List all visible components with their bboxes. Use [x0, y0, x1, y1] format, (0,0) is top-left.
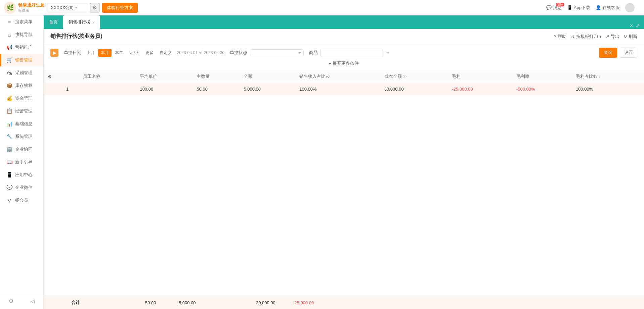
row-cost-0: 30,000.00: [380, 83, 448, 95]
sidebar-icon-wechat: 💬: [6, 185, 12, 191]
sidebar-item-quick[interactable]: ⌂快捷导航: [0, 28, 43, 41]
this-year-tab[interactable]: 本年: [112, 49, 126, 57]
export-btn[interactable]: ↗ 导出: [606, 34, 619, 40]
sidebar-item-corp[interactable]: 🏢企业协同: [0, 143, 43, 156]
row-grossrate-0: -500.00%: [512, 83, 572, 95]
status-filter-group: 单据状态 ▾: [230, 49, 304, 56]
top-bar-right: 💬 消息 99+ 📱 App下载 👤 在线客服: [546, 3, 640, 12]
sidebar-label-quick: 快捷导航: [15, 32, 33, 38]
this-month-tab[interactable]: 本月: [98, 49, 112, 57]
help-icon: ?: [554, 34, 556, 39]
sidebar-icon-system: 🔧: [6, 134, 12, 140]
row-grosspct-0: 100.00%: [572, 83, 644, 95]
settings-small-btn[interactable]: 设置: [620, 48, 637, 58]
col-amount-header: 全额: [240, 70, 295, 83]
row-qty-0: 50.00: [192, 83, 240, 95]
sidebar-label-inventory: 库存核算: [15, 83, 33, 89]
tab-close-icon[interactable]: ×: [92, 20, 94, 24]
footer-grosspct: [363, 296, 644, 309]
message-icon: 💬: [546, 5, 552, 10]
page-content: 销售排行榜(按业务员) ? 帮助 🖨 按模板打印 ▾: [44, 29, 644, 309]
content-area: 首页 销售排行榜 × × ⤢ 销售排行榜(按业务员): [44, 15, 644, 309]
sidebar-item-member[interactable]: V畅会员: [0, 194, 43, 207]
col-settings-header[interactable]: ⚙: [44, 70, 56, 83]
sidebar-label-guide: 新手引导: [15, 159, 33, 165]
sidebar-item-wechat[interactable]: 💬企业微信: [0, 181, 43, 194]
main-area: ≡搜索菜单⌂快捷导航📢营销推广🛒销售管理🛍采购管理📦库存核算💰资金管理📋经营管理…: [0, 15, 644, 309]
help-btn[interactable]: ? 帮助: [554, 34, 566, 40]
tab-maximize-icon[interactable]: ⤢: [636, 22, 640, 29]
sidebar-icon-basicinfo: 📊: [6, 121, 12, 127]
row-salespct-0: 100.00%: [295, 83, 380, 95]
tab-home[interactable]: 首页: [44, 15, 63, 29]
expand-conditions-btn[interactable]: ▾ 展开更多条件: [329, 60, 359, 66]
tab-active[interactable]: 销售排行榜 ×: [63, 15, 100, 29]
messages-badge: 99+: [556, 3, 564, 6]
footer-gross: -25,000.00: [289, 296, 326, 309]
refresh-btn[interactable]: ↻ 刷新: [624, 34, 637, 40]
company-select[interactable]: XXXXX公司 ▾: [47, 3, 87, 12]
last-month-tab[interactable]: 上月: [84, 49, 97, 57]
sidebar-icon-apps: 📱: [6, 172, 12, 178]
logo-main-text: 畅康通好生意: [18, 2, 44, 8]
trial-button[interactable]: 体验行业方案: [102, 3, 138, 13]
online-service-btn[interactable]: 👤 在线客服: [596, 5, 620, 11]
sidebar-icon-member: V: [6, 198, 12, 203]
col-name-header: 员工名称: [79, 70, 136, 83]
messages-btn[interactable]: 💬 消息 99+: [546, 5, 562, 11]
sidebar-label-marketing: 营销推广: [15, 44, 33, 50]
sidebar-icon-marketing: 📢: [6, 44, 12, 50]
row-name-0: [79, 83, 136, 95]
sidebar-item-apps[interactable]: 📱应用中心: [0, 168, 43, 181]
print-btn[interactable]: 🖨 按模板打印 ▾: [570, 34, 602, 40]
print-icon: 🖨: [570, 34, 575, 39]
footer-qty: 50.00: [141, 296, 175, 309]
sidebar-item-operations[interactable]: 📋经营管理: [0, 105, 43, 117]
sidebar-item-basicinfo[interactable]: 📊基础信息: [0, 117, 43, 130]
refresh-icon: ↻: [624, 34, 627, 39]
sidebar-icon-inventory: 📦: [6, 83, 12, 89]
row-settings-0[interactable]: [44, 83, 56, 95]
goods-more-icon[interactable]: ···: [386, 50, 389, 55]
tab-bar: 首页 销售排行榜 × × ⤢: [44, 15, 644, 29]
query-btn[interactable]: 查询: [599, 48, 617, 58]
active-tab-label: 销售排行榜: [69, 19, 90, 25]
app-download-btn[interactable]: 📱 App下载: [567, 5, 590, 11]
filter-arrow-btn[interactable]: ▶: [50, 49, 58, 57]
settings-icon-btn[interactable]: ⚙: [90, 3, 99, 12]
goods-filter-group: 商品 ···: [309, 49, 389, 57]
data-table: ⚙ 员工名称 平均单价 主数量 全额 销售收入占比% 成本全额 ⓘ 毛利 毛利率: [44, 70, 644, 95]
sidebar-item-guide[interactable]: 📖新手引导: [0, 156, 43, 168]
app-download-label: App下载: [574, 5, 590, 11]
sidebar: ≡搜索菜单⌂快捷导航📢营销推广🛒销售管理🛍采购管理📦库存核算💰资金管理📋经营管理…: [0, 15, 44, 309]
status-select[interactable]: ▾: [250, 49, 304, 56]
sidebar-label-operations: 经营管理: [15, 108, 33, 114]
sidebar-item-sales[interactable]: 🛒销售管理: [0, 54, 43, 66]
logo-icon: 🌿: [4, 2, 16, 14]
sidebar-collapse-btn[interactable]: ◁: [28, 297, 37, 306]
col-cost-header: 成本全额 ⓘ: [380, 70, 448, 83]
sidebar-item-marketing[interactable]: 📢营销推广: [0, 41, 43, 54]
status-filter-label: 单据状态: [230, 50, 247, 56]
more-tab[interactable]: 更多: [143, 49, 156, 57]
sidebar-item-system[interactable]: 🔧系统管理: [0, 130, 43, 143]
tab-minimize-icon[interactable]: ×: [630, 23, 633, 29]
chevron-down-icon: ▾: [75, 6, 77, 9]
last7days-tab[interactable]: 近7天: [126, 49, 142, 57]
refresh-label: 刷新: [629, 34, 637, 40]
footer-row: 合计 50.00 5,000.00 30,000.00 -25,000.00: [44, 296, 644, 309]
col-avgprice-header: 平均单价: [136, 70, 192, 83]
top-bar-left: 🌿 畅康通好生意 标准版 XXXXX公司 ▾ ⚙ 体验行业方案: [4, 2, 138, 14]
expand-label: 展开更多条件: [333, 60, 359, 66]
sidebar-item-search[interactable]: ≡搜索菜单: [0, 15, 43, 28]
sidebar-settings-btn[interactable]: ⚙: [6, 297, 16, 306]
sidebar-item-inventory[interactable]: 📦库存核算: [0, 79, 43, 92]
company-logo: 🌿 畅康通好生意 标准版: [4, 2, 44, 14]
footer-label: 合计: [67, 296, 108, 309]
goods-input[interactable]: [320, 49, 383, 57]
custom-tab[interactable]: 自定义: [157, 49, 174, 57]
sidebar-item-purchase[interactable]: 🛍采购管理: [0, 66, 43, 79]
sidebar-item-finance[interactable]: 💰资金管理: [0, 92, 43, 105]
col-qty-header: 主数量: [192, 70, 240, 83]
row-amount-0: 5,000.00: [240, 83, 295, 95]
